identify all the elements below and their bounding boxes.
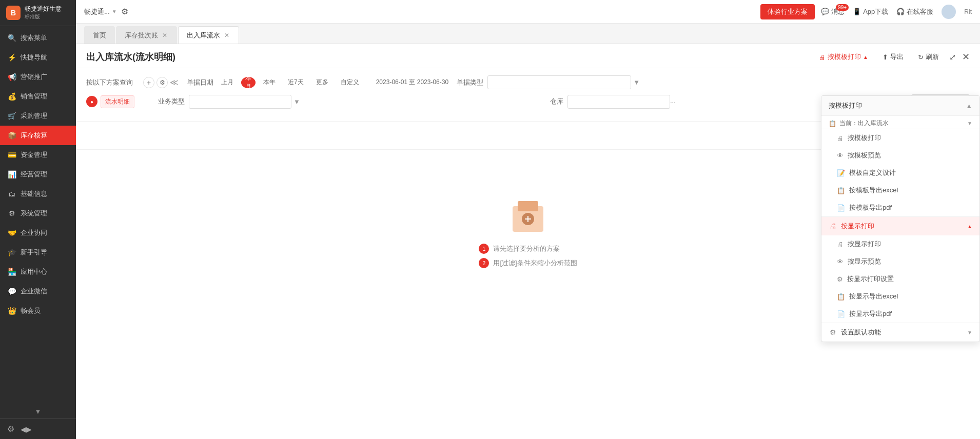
sidebar-item-app-center[interactable]: 🏪 应用中心 bbox=[0, 262, 76, 282]
warehouse-input[interactable] bbox=[567, 95, 670, 109]
lightning-icon: ⚡ bbox=[7, 53, 16, 62]
collapse-sidebar-icon[interactable]: ◀▶ bbox=[21, 425, 32, 433]
date-this-month[interactable]: 本月 bbox=[241, 77, 256, 88]
sidebar-scroll-down[interactable]: ▼ bbox=[0, 404, 76, 418]
filter-collapse-btn[interactable]: ≪ bbox=[170, 77, 179, 87]
sidebar-item-quick-nav[interactable]: ⚡ 快捷导航 bbox=[0, 48, 76, 67]
scroll-down-icon[interactable]: ▼ bbox=[33, 406, 43, 416]
biz-type-field: 业务类型 ▼ bbox=[158, 95, 511, 109]
panel-item-display-print-settings[interactable]: ⚙ 按显示打印设置 bbox=[821, 270, 979, 288]
panel-item-display-preview[interactable]: 👁 按显示预览 bbox=[821, 253, 979, 270]
biz-type-label: 业务类型 bbox=[158, 97, 185, 106]
user-area: 畅捷通... ▼ ⚙ bbox=[84, 7, 754, 16]
panel-item-template-preview[interactable]: 👁 按模板预览 bbox=[821, 147, 979, 164]
panel-item-template-pdf[interactable]: 📄 按模板导出pdf bbox=[821, 199, 979, 216]
panel-item-display-print[interactable]: 🖨 按显示打印 bbox=[821, 235, 979, 253]
export-btn[interactable]: ⬆ 导出 bbox=[878, 50, 908, 64]
sidebar-item-label: 库存核算 bbox=[21, 131, 47, 140]
tab-flow[interactable]: 出入库流水 ✕ bbox=[178, 26, 239, 44]
warehouse-label: 仓库 bbox=[550, 97, 563, 106]
close-icon[interactable]: ✕ bbox=[962, 51, 970, 63]
topbar-gear-icon[interactable]: ⚙ bbox=[121, 7, 128, 16]
print-dropdown-panel: 按模板打印 ▲ 📋 当前：出入库流水 ▼ 🖨 按模板打印 👁 按模板 bbox=[821, 95, 980, 342]
sales-icon: 💰 bbox=[7, 92, 16, 101]
sidebar-item-label: 营销推广 bbox=[21, 72, 47, 82]
flow-detail-tag[interactable]: 流水明细 bbox=[101, 95, 134, 108]
panel-header: 按模板打印 ▲ bbox=[821, 96, 979, 116]
tab-home[interactable]: 首页 bbox=[84, 26, 115, 44]
date-last-month[interactable]: 上月 bbox=[217, 76, 238, 89]
display-excel-icon: 📋 bbox=[837, 293, 845, 301]
purchase-icon: 🛒 bbox=[7, 111, 16, 121]
app-download-action[interactable]: 📱 App下载 bbox=[853, 7, 888, 16]
date-more[interactable]: 更多 bbox=[311, 76, 333, 89]
print-template-btn[interactable]: 🖨 按模板打印 ▲ bbox=[815, 50, 872, 64]
refresh-btn[interactable]: ↻ 刷新 bbox=[914, 50, 943, 64]
sidebar-item-finance[interactable]: 💳 资金管理 bbox=[0, 145, 76, 165]
panel-item-display-pdf[interactable]: 📄 按显示导出pdf bbox=[821, 305, 979, 323]
filter-add-btn[interactable]: + bbox=[143, 77, 154, 88]
current-chevron-down-icon[interactable]: ▼ bbox=[967, 121, 972, 126]
panel-item-template-print[interactable]: 🖨 按模板打印 bbox=[821, 129, 979, 147]
brand-tag: 标准版 bbox=[25, 13, 62, 21]
display-print-settings-icon: ⚙ bbox=[837, 275, 843, 283]
sidebar-item-label: 企业微信 bbox=[21, 287, 47, 296]
settings-icon[interactable]: ⚙ bbox=[7, 424, 14, 434]
sidebar-item-search[interactable]: 🔍 搜索菜单 bbox=[0, 28, 76, 48]
sidebar-item-label: 经营管理 bbox=[21, 170, 47, 179]
sidebar-item-inventory[interactable]: 📦 库存核算 bbox=[0, 126, 76, 145]
user-avatar[interactable] bbox=[942, 5, 956, 19]
warehouse-more-icon[interactable]: ··· bbox=[670, 98, 676, 106]
app-center-icon: 🏪 bbox=[7, 267, 16, 276]
biz-type-chevron-icon: ▼ bbox=[293, 98, 300, 106]
panel-item-template-custom[interactable]: 📝 模板自定义设计 bbox=[821, 164, 979, 182]
search-icon: 🔍 bbox=[7, 33, 16, 43]
printer-icon: 🖨 bbox=[819, 53, 826, 61]
main-area: 畅捷通... ▼ ⚙ 体验行业方案 💬 消息 99+ 📱 App下载 🎧 在线客… bbox=[76, 0, 980, 439]
panel-item-display-excel[interactable]: 📋 按显示导出excel bbox=[821, 288, 979, 305]
tab-close-batch-account[interactable]: ✕ bbox=[161, 32, 168, 39]
messages-action[interactable]: 💬 消息 99+ bbox=[821, 7, 845, 16]
date-7days[interactable]: 近7天 bbox=[283, 76, 308, 89]
sidebar-item-member[interactable]: 👑 畅会员 bbox=[0, 301, 76, 321]
filter-setting-btn[interactable]: ⚙ bbox=[156, 77, 168, 88]
online-service-action[interactable]: 🎧 在线客服 bbox=[896, 7, 933, 16]
template-custom-icon: 📝 bbox=[837, 169, 845, 177]
panel-collapse-icon[interactable]: ▲ bbox=[966, 102, 972, 110]
panel-item-template-excel[interactable]: 📋 按模板导出excel bbox=[821, 182, 979, 199]
sidebar-item-wecom[interactable]: 💬 企业微信 bbox=[0, 282, 76, 301]
step-1-text: 请先选择要分析的方案 bbox=[493, 244, 560, 253]
industry-btn[interactable]: 体验行业方案 bbox=[760, 4, 815, 19]
sidebar-item-sales[interactable]: 💰 销售管理 bbox=[0, 87, 76, 106]
sidebar-item-guide[interactable]: 🎓 新手引导 bbox=[0, 243, 76, 262]
messages-badge: 99+ bbox=[836, 4, 849, 11]
sidebar-item-collab[interactable]: 🤝 企业协同 bbox=[0, 223, 76, 243]
flow-detail-icon: ● bbox=[86, 96, 97, 107]
sidebar-item-system[interactable]: ⚙ 系统管理 bbox=[0, 204, 76, 223]
doc-type-input[interactable] bbox=[487, 75, 631, 89]
sidebar-header: B 畅捷通好生意 标准版 bbox=[0, 0, 76, 26]
tab-batch-account[interactable]: 库存批次账 ✕ bbox=[116, 26, 177, 44]
template-print-icon: 🖨 bbox=[837, 134, 844, 142]
sidebar-item-operation[interactable]: 📊 经营管理 bbox=[0, 165, 76, 184]
system-icon: ⚙ bbox=[7, 209, 16, 218]
sidebar-item-label: 采购管理 bbox=[21, 111, 47, 121]
panel-title: 按模板打印 bbox=[829, 101, 862, 110]
sidebar-item-marketing[interactable]: 📢 营销推广 bbox=[0, 67, 76, 87]
sidebar-item-label: 基础信息 bbox=[21, 189, 47, 198]
date-custom[interactable]: 自定义 bbox=[336, 76, 364, 89]
panel-item-display-print-header[interactable]: 🖨 按显示打印 ▲ bbox=[821, 217, 979, 235]
user-chevron-icon[interactable]: ▼ bbox=[112, 9, 117, 14]
biz-type-input[interactable] bbox=[189, 95, 291, 109]
doc-type-label: 单据类型 bbox=[457, 78, 483, 87]
maximize-icon[interactable]: ⤢ bbox=[949, 52, 956, 62]
template-pdf-icon: 📄 bbox=[837, 204, 845, 212]
sidebar-item-basic[interactable]: 🗂 基础信息 bbox=[0, 184, 76, 204]
date-this-year[interactable]: 本年 bbox=[259, 76, 280, 89]
app-logo: B bbox=[6, 6, 21, 20]
collab-icon: 🤝 bbox=[7, 228, 16, 237]
default-func-chevron-down-icon: ▼ bbox=[967, 330, 972, 335]
panel-item-default-func[interactable]: ⚙ 设置默认功能 ▼ bbox=[821, 323, 979, 342]
sidebar-item-purchase[interactable]: 🛒 采购管理 bbox=[0, 106, 76, 126]
tab-close-flow[interactable]: ✕ bbox=[223, 32, 230, 39]
